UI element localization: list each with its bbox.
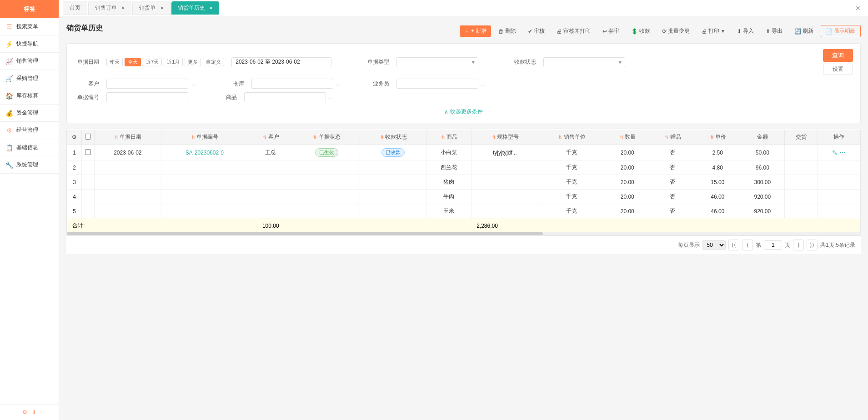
row-qty: 20.00 [605,175,650,190]
th-unit[interactable]: ⇅ 销售单位 [538,130,605,145]
refresh-button[interactable]: 🔄 刷新 [790,25,818,37]
goods-more-icon[interactable]: … [328,94,333,100]
row-gift: 否 [650,160,695,175]
date-range-input[interactable] [231,57,331,67]
tab-sales-goods[interactable]: 销货单 ✕ [132,1,170,15]
sidebar-item-sys-mgmt[interactable]: 🔧 系统管理 [0,156,59,174]
sidebar-footer-icon1[interactable]: ⚙ [22,409,27,415]
row-goods: 猪肉 [426,175,472,190]
page-prev-btn[interactable]: ⟨ [742,240,753,250]
sidebar-item-finance[interactable]: 💰 资金管理 [0,105,59,122]
date-custom[interactable]: 自定义 [203,58,224,66]
customer-input[interactable] [106,79,188,89]
row-order-no[interactable] [161,190,248,204]
tab-sales-goods-close[interactable]: ✕ [160,5,164,10]
delete-button[interactable]: 🗑 删除 [494,25,521,37]
per-page-select[interactable]: 50 100 200 [702,240,726,250]
th-date[interactable]: ⇅ 单据日期 [95,130,161,145]
row-order-no[interactable]: SA-20230602-0 [161,145,248,160]
sidebar-item-inventory[interactable]: 🏠 库存核算 [0,87,59,105]
th-customer[interactable]: ⇅ 客户 [248,130,293,145]
select-all-checkbox[interactable] [85,134,91,140]
customer-more-icon[interactable]: … [190,80,196,87]
th-pay-status[interactable]: ⇅ 收款状态 [360,130,426,145]
tab-home[interactable]: 首页 [63,1,87,15]
page-first-btn[interactable]: ⟨⟨ [728,240,739,250]
row-order-status [293,160,360,175]
page-next-btn[interactable]: ⟩ [793,240,804,250]
sort-icon: ⇅ [115,135,118,140]
row-order-no[interactable] [161,160,248,175]
audit-print-button[interactable]: 🖨 审核并打印 [552,25,595,37]
batch-change-button[interactable]: ⟳ 批量变更 [657,25,694,37]
pay-status-input[interactable] [543,57,625,67]
sidebar-item-quick-nav[interactable]: ⚡ 快捷导航 [0,35,59,53]
sidebar-item-operations[interactable]: ⚙ 经营管理 [0,122,59,139]
th-order-status[interactable]: ⇅ 单据状态 [293,130,360,145]
th-settings[interactable]: ⚙ [67,130,82,145]
row-amount: 920.00 [740,190,785,204]
date-today[interactable]: 今天 [125,58,141,66]
goods-input[interactable] [244,92,326,102]
sidebar-item-search-menu[interactable]: ☰ 搜索菜单 [0,18,59,35]
th-delivery[interactable]: 交货 [785,130,818,145]
sales-rep-input[interactable] [396,79,478,89]
collapse-button[interactable]: ∧ 收起更多条件 [74,106,853,117]
row-checkbox[interactable] [82,175,95,190]
sales-rep-more-icon[interactable]: … [480,80,486,87]
th-amount[interactable]: 金额 [740,130,785,145]
type-input[interactable] [396,57,478,67]
tab-sales-order-close[interactable]: ✕ [121,5,125,10]
row-checkbox[interactable] [82,204,95,219]
new-button[interactable]: ＋ + 新增 [460,25,491,37]
print-button[interactable]: 🖨 打印 ▼ [697,25,730,37]
row-checkbox[interactable] [82,160,95,175]
query-button[interactable]: 查询 [823,49,853,62]
set-button[interactable]: 设置 [823,64,853,75]
th-qty[interactable]: ⇅ 数量 [605,130,650,145]
collect-button[interactable]: 💲 收款 [627,25,655,37]
tab-sales-history[interactable]: 销货单历史 ✕ [171,1,219,15]
abandon-button[interactable]: ↩ 弃审 [598,25,624,37]
date-quick-group: 昨天 今天 近7天 近1月 更多 自定义 [106,58,224,66]
page-last-btn[interactable]: ⟩⟩ [807,240,818,250]
import-button[interactable]: ⬇ 导入 [733,25,758,37]
th-price[interactable]: ⇅ 单价 [695,130,740,145]
date-yesterday[interactable]: 昨天 [106,58,123,66]
audit-button[interactable]: ✔ 审核 [523,25,549,37]
row-order-no[interactable] [161,204,248,219]
collect-icon: 💲 [631,28,638,35]
page-number-input[interactable] [764,240,782,250]
tab-sales-order[interactable]: 销售订单 ✕ [88,1,131,15]
row-spec [472,175,538,190]
th-spec[interactable]: ⇅ 规格型号 [472,130,538,145]
row-spec: tyjyjtyjdf... [472,145,538,160]
sidebar-item-purchase-mgmt[interactable]: 🛒 采购管理 [0,70,59,87]
th-gift[interactable]: ⇅ 赠品 [650,130,695,145]
th-order-no[interactable]: ⇅ 单据编号 [161,130,248,145]
row-select[interactable] [85,149,91,155]
more-icon[interactable]: ⋯ [839,149,846,156]
warehouse-more-icon[interactable]: … [335,80,341,87]
date-more[interactable]: 更多 [185,58,201,66]
show-detail-button[interactable]: 📄 显示明细 [821,25,861,37]
date-7days[interactable]: 近7天 [143,58,162,66]
th-checkbox[interactable] [82,130,95,145]
tab-sales-history-close[interactable]: ✕ [209,5,213,10]
scroll-thumb[interactable] [67,232,543,235]
sidebar-item-basic-info[interactable]: 📋 基础信息 [0,139,59,156]
date-1month[interactable]: 近1月 [164,58,183,66]
row-order-no[interactable] [161,175,248,190]
sidebar-footer-icon2[interactable]: ⏸ [31,409,36,415]
summary-total-amount: 2,286.00 [477,223,525,229]
tab-close-all[interactable]: ✕ [852,5,864,12]
warehouse-input[interactable] [251,79,333,89]
row-checkbox[interactable] [82,190,95,204]
sidebar-item-sales-mgmt[interactable]: 📈 销售管理 [0,53,59,70]
order-num-input[interactable] [106,92,188,102]
edit-icon[interactable]: ✎ [832,149,838,156]
sidebar-item-label: 经营管理 [16,126,38,134]
th-goods[interactable]: ⇅ 商品 [426,130,472,145]
export-button[interactable]: ⬆ 导出 [761,25,787,37]
row-checkbox[interactable] [82,145,95,160]
